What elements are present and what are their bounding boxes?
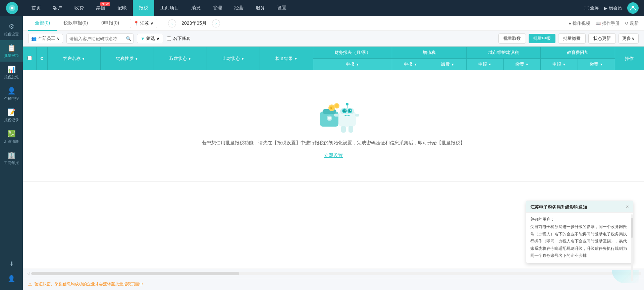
col-check-result: 检查结果 ▼	[260, 47, 313, 70]
settings-col-icon[interactable]: ⚙	[40, 56, 44, 61]
nav-message[interactable]: 消息	[185, 0, 207, 16]
col-vat-declare-filter-icon[interactable]: ▼	[414, 63, 417, 66]
col-education-fee: 教育费附加	[541, 47, 615, 59]
col-finance-filter-icon[interactable]: ▼	[356, 63, 359, 66]
province-select[interactable]: 📍 江苏 ∨	[130, 19, 157, 28]
search-input[interactable]	[67, 35, 124, 43]
logo-icon	[6, 2, 18, 14]
fullscreen-btn[interactable]: ⛶ 全屏	[584, 5, 599, 11]
table-bottom-bar: ◁	[23, 269, 644, 278]
scrollbar-thumb	[31, 272, 239, 275]
col-fetch-filter-icon[interactable]: ▼	[188, 57, 191, 61]
col-vat: 增值税	[392, 47, 467, 59]
vip-label: 畅会员	[609, 5, 622, 11]
nav-billing[interactable]: 收费	[68, 0, 90, 16]
col-tax-type-filter-icon[interactable]: ▼	[135, 57, 138, 61]
search-button[interactable]: 🔍	[124, 34, 133, 43]
sidebar-item-tax-settings[interactable]: ⚙ 报税设置	[0, 19, 23, 40]
logo[interactable]	[5, 1, 19, 15]
col-edu-pay-filter-icon[interactable]: ▼	[600, 63, 603, 66]
refresh-btn[interactable]: ↺ 刷新	[625, 20, 639, 26]
province-label: 江苏	[140, 20, 149, 26]
filter-icon: ▼	[141, 36, 145, 41]
employee-label: 全部员工	[38, 35, 55, 42]
col-vat-declare: 申报 ▼	[392, 59, 429, 70]
employee-select[interactable]: 👥 全部员工 ∨	[28, 34, 63, 43]
sidebar-item-settlement[interactable]: 💹 汇算清缴	[0, 126, 23, 147]
sidebar-item-annual-report[interactable]: 🏢 工商年报	[0, 147, 23, 169]
profile-icon[interactable]: 👤	[5, 273, 17, 285]
notification-box: 江苏电子税务局升级影响通知 × 尊敬的用户： 受当前电子税务局进一步升级的影响，…	[526, 201, 633, 263]
batch-declare-btn[interactable]: 批量申报	[529, 34, 555, 43]
horizontal-scrollbar[interactable]	[31, 272, 641, 275]
status-update-btn[interactable]: 状态更新	[588, 33, 616, 44]
avatar[interactable]	[627, 2, 639, 14]
province-dropdown-icon: ∨	[150, 21, 154, 26]
more-btn[interactable]: 更多 ∨	[619, 33, 639, 44]
scroll-left-btn[interactable]: ◁	[25, 271, 31, 276]
current-month: 2023年05月	[181, 20, 207, 26]
col-city-pay-filter-icon[interactable]: ▼	[525, 63, 529, 66]
tab-tax-declare[interactable]: 税款申报(0)	[57, 16, 95, 31]
nav-operation[interactable]: 经营	[228, 0, 250, 16]
col-city-declare-filter-icon[interactable]: ▼	[488, 63, 492, 66]
data-table: ⚙ 客户名称 ▼ 纳税性质 ▼ 取数状态 ▼	[23, 47, 644, 182]
col-edu-declare-filter-icon[interactable]: ▼	[562, 63, 566, 66]
setup-link[interactable]: 立即设置	[324, 153, 343, 159]
bottom-warning-bar: ⚠ 验证账密、采集信息均成功的企业才会流转至批量报税页面中	[23, 278, 644, 290]
nav-invoice[interactable]: 票据 NEW	[90, 0, 111, 16]
sidebar-item-batch-tax[interactable]: 📋 批量报税	[0, 40, 23, 62]
operation-video-btn[interactable]: ● 操作视频	[569, 20, 590, 26]
col-compare-filter-icon[interactable]: ▼	[241, 57, 245, 61]
batch-pay-btn[interactable]: 批量缴费	[558, 33, 586, 44]
sidebar-item-tax-records[interactable]: 📝 报税记录	[0, 104, 23, 126]
tab-all[interactable]: 全部(0)	[28, 16, 57, 31]
nav-tax[interactable]: 报税	[133, 0, 154, 16]
prev-month-btn[interactable]: ‹	[168, 19, 176, 27]
col-city-pay: 缴费 ▼	[503, 59, 541, 70]
tab-zero-count: 0	[115, 20, 118, 25]
svg-rect-20	[341, 126, 346, 133]
nav-service[interactable]: 服务	[250, 0, 271, 16]
svg-point-17	[350, 110, 351, 111]
col-vat-pay-filter-icon[interactable]: ▼	[451, 63, 454, 66]
col-finance-report: 财务报表（月/季）	[313, 47, 392, 59]
col-client-filter-icon[interactable]: ▼	[82, 57, 85, 61]
svg-rect-21	[348, 126, 353, 133]
svg-rect-4	[328, 117, 331, 120]
empty-state: ¥	[26, 73, 640, 179]
batch-fetch-btn[interactable]: 批量取数	[498, 33, 526, 44]
svg-rect-19	[355, 114, 359, 117]
notification-close-btn[interactable]: ×	[626, 204, 629, 210]
employee-dropdown-icon: ∨	[57, 36, 60, 41]
new-badge: NEW	[100, 2, 110, 6]
operation-manual-btn[interactable]: 📖 操作手册	[595, 20, 620, 26]
col-check-filter-icon[interactable]: ▼	[294, 57, 298, 61]
warning-text: 验证账密、采集信息均成功的企业才会流转至批量报税页面中	[35, 281, 143, 287]
checkbox-text: 名下账套	[173, 35, 191, 42]
filter-btn[interactable]: ▼ 筛选 ∨	[137, 34, 163, 43]
nav-accounting[interactable]: 记账	[111, 0, 133, 16]
col-finance-declare: 申报 ▼	[313, 59, 392, 70]
tax-overview-icon: 📊	[7, 65, 16, 73]
notification-content: 受当前电子税务局进一步升级的影响，同一个政务网账号（办税人）名下的企业不能再同时…	[530, 223, 629, 260]
warning-icon: ⚠	[28, 282, 32, 287]
vip-btn[interactable]: ▶ 畅会员	[604, 5, 622, 11]
next-month-btn[interactable]: ›	[212, 19, 220, 27]
checkbox-input[interactable]	[167, 37, 171, 41]
tab-zero-declare[interactable]: 0申报(0)	[95, 16, 126, 31]
svg-point-9	[335, 104, 339, 108]
nav-home[interactable]: 首页	[25, 0, 47, 16]
col-edu-declare: 申报 ▼	[541, 59, 578, 70]
nav-manage[interactable]: 管理	[207, 0, 228, 16]
sidebar-item-personal-tax[interactable]: 👤 个税申报	[0, 83, 23, 104]
download-icon[interactable]: ⬇	[5, 258, 17, 270]
nav-business[interactable]: 工商项目	[154, 0, 185, 16]
sidebar-item-tax-overview[interactable]: 📊 报税总览	[0, 62, 23, 83]
nav-client[interactable]: 客户	[47, 0, 68, 16]
svg-rect-18	[334, 114, 339, 117]
select-all-checkbox[interactable]	[28, 56, 32, 60]
nav-settings[interactable]: 设置	[271, 0, 292, 16]
col-edu-pay: 缴费 ▼	[578, 59, 615, 70]
checkbox-label[interactable]: 名下账套	[167, 35, 191, 42]
